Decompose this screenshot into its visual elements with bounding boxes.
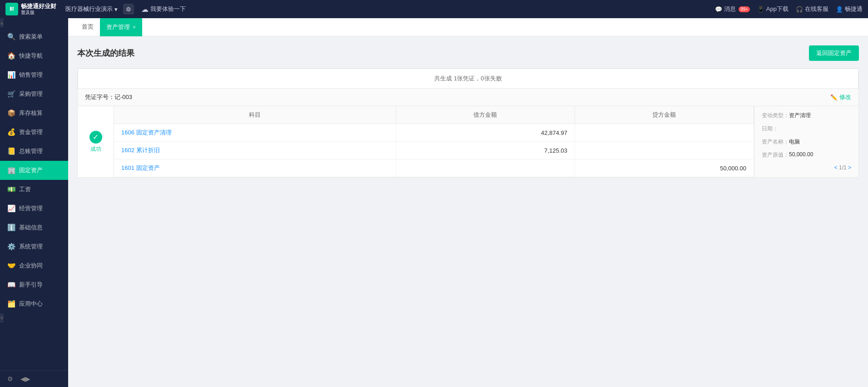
tab-close-icon[interactable]: × <box>133 25 136 30</box>
subject-cell: 1601 固定资产 <box>114 159 396 177</box>
next-page-button[interactable]: > <box>848 164 851 171</box>
sidebar-item-ledger[interactable]: 📒 总账管理 <box>0 142 68 161</box>
edit-icon: ✏️ <box>830 94 838 101</box>
pagination: < 1/1 > <box>762 164 851 171</box>
debit-cell <box>396 159 575 177</box>
sidebar-item-guide[interactable]: 📖 新手引导 <box>0 275 68 294</box>
sidebar-item-search[interactable]: 🔍 搜索菜单 <box>0 27 68 46</box>
page-info: 1/1 <box>839 164 848 171</box>
sidebar-item-purchase[interactable]: 🛒 采购管理 <box>0 84 68 104</box>
sidebar-item-sales[interactable]: 📊 销售管理 <box>0 65 68 84</box>
sidebar-item-label: 库存核算 <box>19 109 43 117</box>
sidebar-item-fixed-assets[interactable]: 🏢 固定资产 <box>0 161 68 180</box>
page-header: 本次生成的结果 返回固定资产 <box>77 45 859 61</box>
trending-icon: 📈 <box>7 204 15 213</box>
logo-sub-text: 普及版 <box>21 10 56 15</box>
sidebar-item-label: 基础信息 <box>19 223 43 232</box>
chevron-down-icon: ▾ <box>114 6 118 13</box>
date-label: 日期： <box>762 125 789 133</box>
cloud-icon: ☁ <box>141 5 149 14</box>
sidebar-scroll-up[interactable]: ▲ <box>0 18 4 27</box>
sidebar-item-label: 总账管理 <box>19 147 43 155</box>
credit-cell <box>575 142 754 159</box>
success-indicator: ✓ 成功 <box>82 124 109 160</box>
edit-label: 修改 <box>839 93 851 101</box>
date-row: 日期： <box>762 125 851 133</box>
search-icon: 🔍 <box>7 33 15 41</box>
side-info-panel: 变动类型： 资产清理 日期： 资产名称： 电脑 资产原值： <box>754 106 858 177</box>
messages-button[interactable]: 💬 消息 99+ <box>715 5 750 13</box>
apps-icon: 🗂️ <box>7 300 15 308</box>
tab-home-label: 首页 <box>82 23 94 31</box>
home-icon: 🏠 <box>7 52 15 60</box>
page-content: 本次生成的结果 返回固定资产 共生成 1张凭证，0张失败 凭证字号：记-003 … <box>68 36 868 387</box>
info-icon: ℹ️ <box>7 223 15 232</box>
sidebar-item-label: 固定资产 <box>19 166 43 174</box>
messages-badge: 99+ <box>739 6 750 12</box>
app-download-label: App下载 <box>766 5 789 13</box>
sidebar-item-operations[interactable]: 📈 经营管理 <box>0 199 68 218</box>
debit-cell: 42,874.97 <box>396 124 575 142</box>
project-settings-button[interactable]: ⚙ <box>123 4 134 15</box>
online-service-button[interactable]: 🎧 在线客服 <box>796 5 828 13</box>
voucher-container: 共生成 1张凭证，0张失败 凭证字号：记-003 ✏️ 修改 <box>77 68 859 178</box>
sidebar-item-label: 采购管理 <box>19 90 43 98</box>
user-profile-button[interactable]: 👤 畅捷通 <box>836 5 863 13</box>
prev-page-button[interactable]: < <box>834 164 838 171</box>
online-service-label: 在线客服 <box>805 5 828 13</box>
book-icon: 📒 <box>7 147 15 155</box>
sidebar-item-enterprise[interactable]: 🤝 企业协同 <box>0 256 68 275</box>
feedback-label: 我要体验一下 <box>150 5 186 13</box>
download-icon: 📱 <box>757 6 764 13</box>
table-row: 1601 固定资产 50,000.00 <box>114 159 754 177</box>
sidebar-item-basic-info[interactable]: ℹ️ 基础信息 <box>0 218 68 237</box>
sidebar-item-app-center[interactable]: 🗂️ 应用中心 <box>0 294 68 313</box>
original-value-value: 50,000.00 <box>789 151 813 158</box>
credit-cell: 50,000.00 <box>575 159 754 177</box>
tab-home[interactable]: 首页 <box>75 18 100 36</box>
back-to-fixed-assets-button[interactable]: 返回固定资产 <box>809 45 859 61</box>
sidebar-item-payroll[interactable]: 💵 工资 <box>0 180 68 199</box>
sidebar-item-label: 应用中心 <box>19 300 43 308</box>
app-logo: 财 畅捷通好业财 普及版 <box>5 3 56 15</box>
sidebar-item-inventory[interactable]: 📦 库存核算 <box>0 104 68 123</box>
gear-icon: ⚙️ <box>7 243 15 251</box>
top-bar-right: 💬 消息 99+ 📱 App下载 🎧 在线客服 👤 畅捷通 <box>715 5 863 13</box>
subject-cell: 1602 累计折旧 <box>114 142 396 159</box>
tabs-bar: 首页 资产管理 × <box>68 18 868 36</box>
sidebar-bottom: ⚙ ◀▶ <box>0 370 68 387</box>
col-credit: 贷方金额 <box>575 106 754 124</box>
messages-label: 消息 <box>724 5 736 13</box>
sidebar-item-label: 经营管理 <box>19 204 43 213</box>
money-icon: 💰 <box>7 128 15 136</box>
sidebar-item-quick-nav[interactable]: 🏠 快捷导航 <box>0 46 68 65</box>
message-icon: 💬 <box>715 6 722 13</box>
sidebar-item-label: 资金管理 <box>19 128 43 136</box>
credit-cell <box>575 124 754 142</box>
building-icon: 🏢 <box>7 166 15 174</box>
sidebar-item-system[interactable]: ⚙️ 系统管理 <box>0 237 68 256</box>
col-subject: 科目 <box>114 106 396 124</box>
success-text: 成功 <box>90 145 101 153</box>
main-layout: ▲ 🔍 搜索菜单 🏠 快捷导航 📊 销售管理 🛒 采购管理 📦 库存核算 💰 资… <box>0 18 868 387</box>
logo-main-text: 畅捷通好业财 <box>21 3 56 10</box>
cart-icon: 🛒 <box>7 90 15 98</box>
handshake-icon: 🤝 <box>7 262 15 270</box>
settings-bottom-button[interactable]: ⚙ <box>7 375 13 382</box>
tab-asset-management[interactable]: 资产管理 × <box>100 18 142 36</box>
original-value-row: 资产原值： 50,000.00 <box>762 151 851 159</box>
collapse-button[interactable]: ◀▶ <box>20 375 30 382</box>
edit-voucher-button[interactable]: ✏️ 修改 <box>830 93 851 101</box>
asset-name-row: 资产名称： 电脑 <box>762 138 851 146</box>
col-debit: 借方金额 <box>396 106 575 124</box>
feedback-button[interactable]: ☁ 我要体验一下 <box>141 5 186 14</box>
sidebar-scroll-down[interactable]: ▼ <box>0 313 4 322</box>
project-selector[interactable]: 医疗器械行业演示 ▾ ⚙ <box>65 4 134 15</box>
sidebar-item-funds[interactable]: 💰 资金管理 <box>0 123 68 142</box>
guide-icon: 📖 <box>7 281 15 289</box>
app-download-button[interactable]: 📱 App下载 <box>757 5 789 13</box>
sidebar: ▲ 🔍 搜索菜单 🏠 快捷导航 📊 销售管理 🛒 采购管理 📦 库存核算 💰 资… <box>0 18 68 387</box>
asset-name-value: 电脑 <box>789 138 800 146</box>
table-row: 1602 累计折旧 7,125.03 <box>114 142 754 159</box>
table-row: 1606 固定资产清理 42,874.97 <box>114 124 754 142</box>
